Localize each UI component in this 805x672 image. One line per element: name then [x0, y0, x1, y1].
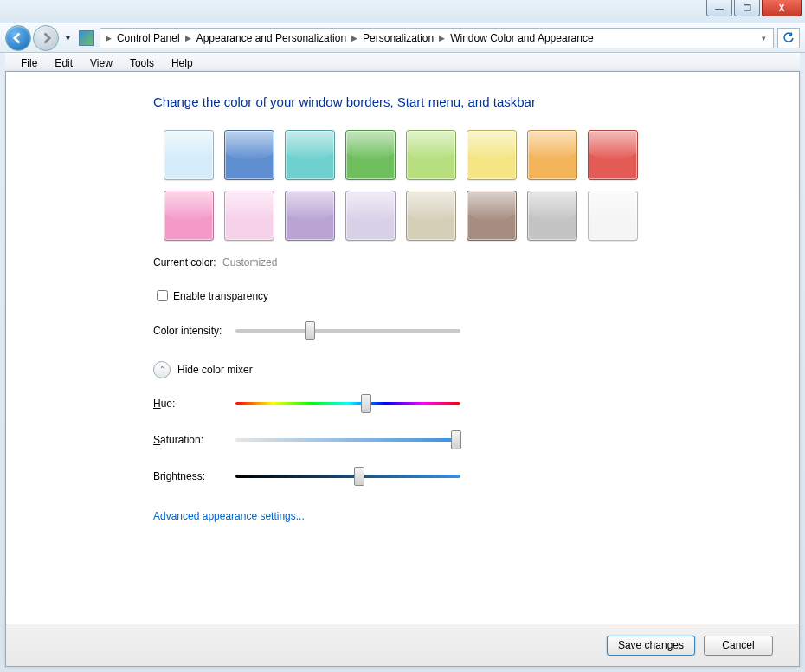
- hue-slider[interactable]: [235, 402, 460, 405]
- color-swatch-sky[interactable]: [164, 130, 214, 180]
- brightness-label: Brightness:: [153, 470, 235, 482]
- brightness-thumb[interactable]: [354, 467, 364, 486]
- current-color-label: Current color:: [153, 256, 216, 268]
- close-button[interactable]: X: [762, 0, 802, 16]
- chevron-right-icon: ▶: [184, 34, 193, 42]
- color-swatch-lavender[interactable]: [345, 191, 396, 241]
- transparency-checkbox[interactable]: [157, 290, 168, 301]
- menu-view[interactable]: View: [81, 55, 121, 71]
- chevron-right-icon: ▶: [350, 34, 359, 42]
- control-panel-icon: [79, 30, 94, 46]
- brightness-row: Brightness:: [153, 470, 764, 482]
- color-swatch-blush[interactable]: [224, 191, 274, 241]
- color-mixer-toggle[interactable]: ˄ Hide color mixer: [153, 361, 764, 378]
- intensity-slider[interactable]: [235, 329, 460, 333]
- window: — ❐ X ▼ ▶ Control Panel ▶ Appearance and…: [0, 0, 805, 672]
- current-color-value: Customized: [222, 256, 277, 268]
- color-swatch-fuchsia[interactable]: [164, 191, 214, 241]
- page-title: Change the color of your window borders,…: [153, 94, 764, 109]
- back-button[interactable]: [5, 25, 31, 51]
- refresh-icon: [782, 32, 795, 44]
- crumb-appearance[interactable]: Appearance and Personalization: [193, 32, 350, 44]
- refresh-button[interactable]: [777, 28, 800, 48]
- arrow-right-icon: [40, 32, 52, 44]
- hue-row: Hue:: [153, 397, 764, 410]
- color-swatch-frost[interactable]: [588, 191, 638, 241]
- minimize-button[interactable]: —: [706, 0, 732, 16]
- transparency-label[interactable]: Enable transparency: [173, 290, 268, 302]
- address-bar[interactable]: ▶ Control Panel ▶ Appearance and Persona…: [100, 28, 774, 48]
- transparency-row: Enable transparency: [153, 288, 764, 304]
- brightness-slider[interactable]: [235, 475, 460, 478]
- save-changes-button[interactable]: Save changes: [607, 636, 695, 656]
- hue-thumb[interactable]: [361, 394, 371, 413]
- maximize-button[interactable]: ❐: [734, 0, 760, 16]
- color-swatch-taupe[interactable]: [406, 191, 456, 241]
- address-dropdown[interactable]: ▾: [758, 34, 770, 42]
- saturation-slider[interactable]: [235, 438, 460, 442]
- content: Change the color of your window borders,…: [6, 72, 799, 522]
- advanced-appearance-link[interactable]: Advanced appearance settings...: [153, 510, 305, 522]
- color-swatch-slate[interactable]: [527, 191, 577, 241]
- content-frame: Change the color of your window borders,…: [5, 71, 800, 667]
- color-mixer-label: Hide color mixer: [177, 364, 253, 376]
- color-swatch-leaf[interactable]: [345, 130, 396, 180]
- footer: Save changes Cancel: [6, 624, 799, 666]
- forward-button[interactable]: [33, 25, 59, 51]
- color-swatch-sea[interactable]: [285, 130, 335, 180]
- history-dropdown[interactable]: ▼: [61, 34, 75, 42]
- chevron-right-icon: ▶: [104, 34, 113, 42]
- hue-label: Hue:: [153, 397, 235, 410]
- color-swatch-chocolate[interactable]: [467, 191, 517, 241]
- chevron-up-icon: ˄: [153, 361, 171, 378]
- cancel-button[interactable]: Cancel: [704, 636, 773, 656]
- menu-edit[interactable]: Edit: [46, 55, 81, 71]
- color-swatch-pumpkin[interactable]: [527, 130, 577, 180]
- color-swatch-sun[interactable]: [467, 130, 517, 180]
- color-swatch-violet[interactable]: [285, 191, 335, 241]
- chevron-right-icon: ▶: [437, 34, 447, 42]
- intensity-label: Color intensity:: [153, 325, 235, 337]
- crumb-control-panel[interactable]: Control Panel: [113, 32, 184, 44]
- color-swatch-twilight[interactable]: [224, 130, 274, 180]
- color-swatch-lime[interactable]: [406, 130, 456, 180]
- menu-file[interactable]: File: [12, 55, 46, 71]
- intensity-row: Color intensity:: [153, 325, 764, 337]
- crumb-window-color[interactable]: Window Color and Appearance: [447, 32, 596, 44]
- saturation-label: Saturation:: [153, 434, 235, 446]
- menu-help[interactable]: Help: [163, 55, 202, 71]
- navigation-bar: ▼ ▶ Control Panel ▶ Appearance and Perso…: [0, 23, 805, 53]
- intensity-thumb[interactable]: [305, 321, 315, 340]
- menu-tools[interactable]: Tools: [121, 55, 163, 71]
- arrow-left-icon: [12, 32, 24, 44]
- color-swatch-grid: [164, 130, 683, 241]
- current-color-row: Current color: Customized: [153, 256, 764, 268]
- crumb-personalization[interactable]: Personalization: [359, 32, 437, 44]
- titlebar: — ❐ X: [0, 0, 805, 23]
- saturation-row: Saturation:: [153, 434, 764, 446]
- color-swatch-ruby[interactable]: [588, 130, 638, 180]
- saturation-thumb[interactable]: [451, 430, 461, 449]
